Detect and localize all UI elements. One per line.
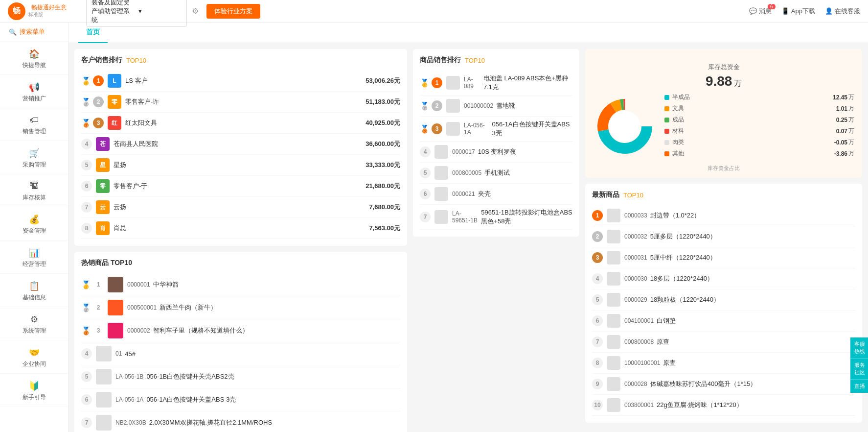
product-rank-item: 4 0000017 10S 变利罗夜 — [420, 142, 572, 163]
prod-img — [446, 122, 460, 136]
hot-medal-3: 🥉 — [81, 326, 91, 336]
app-download-button[interactable]: 📱 App下载 — [781, 7, 815, 16]
float-btn-1[interactable]: 服务 社区 — [850, 359, 868, 380]
prod-name: 59651-1B旋转投影灯电池盒ABS黑色+58壳 — [481, 208, 572, 226]
customer-service-button[interactable]: 👤 在线客服 — [825, 7, 860, 16]
legend-dot — [664, 106, 669, 111]
content-area: 客户销售排行 TOP10 🥇 1 L LS 客户 53,006.26元 🥈 2 … — [69, 43, 868, 432]
prod-img — [434, 187, 448, 201]
np-name: 原查 — [657, 337, 669, 346]
logo-icon: 畅 — [8, 2, 25, 20]
prod-name: 夹壳 — [478, 190, 491, 198]
customer-rank-item: 🥉 3 红 红太阳文具 40,925.00元 — [81, 113, 400, 134]
new-product-item: 4 0000030 18多层（1220*2440） — [592, 268, 855, 289]
sidebar-label-system: 系统管理 — [23, 327, 46, 335]
hot-product-item: 🥉 3 0000002 智利车子里（规格不知道填什么） — [81, 319, 400, 342]
sidebar-item-purchase[interactable]: 🛒 采购管理 — [0, 141, 68, 174]
new-products-title-text: 最新商品 — [592, 191, 619, 199]
sidebar-item-finance[interactable]: 💰 资金管理 — [0, 207, 68, 240]
trial-button[interactable]: 体验行业方案 — [206, 4, 260, 19]
customer-value: 36,600.00元 — [365, 140, 400, 148]
rank-number: 2 — [93, 96, 104, 107]
system-selector[interactable]: 装备及固定资产辅助管理系统 ▾ — [86, 0, 187, 27]
np-img — [607, 335, 620, 349]
sidebar-item-guide[interactable]: 🔰 新手引导 — [0, 374, 68, 407]
np-rank-num: 5 — [592, 294, 603, 305]
float-btn-0[interactable]: 客服 热线 — [850, 337, 868, 359]
logo-char: 畅 — [13, 6, 21, 16]
main-content: 首页 客户销售排行 TOP10 🥇 1 L LS 客户 53,006.26元 🥈… — [69, 23, 868, 432]
product-rank-item: 🥇 1 LA-089 电池盖 LA-089 ABS本色+黑种 7.1克 — [420, 71, 572, 96]
customer-name: 肖总 — [114, 224, 369, 233]
sidebar-item-operations[interactable]: 📊 经营管理 — [0, 240, 68, 274]
prod-medal-2: 🥈 — [420, 101, 430, 111]
hot-product-code: 01 — [115, 350, 122, 357]
customer-rank-item: 6 零 零售客户-于 21,680.00元 — [81, 176, 400, 197]
search-icon: 🔍 — [9, 28, 17, 36]
messages-button[interactable]: 💬 消息 6 — [749, 7, 772, 16]
hot-rank-num: 5 — [81, 371, 92, 382]
legend-dot — [664, 140, 669, 145]
customer-value: 7,563.00元 — [369, 224, 400, 233]
sidebar-item-inventory[interactable]: 🏗 库存核算 — [0, 174, 68, 207]
sidebar-item-system[interactable]: ⚙ 系统管理 — [0, 307, 68, 340]
legend-unit: 万 — [848, 116, 854, 124]
np-img — [607, 293, 620, 307]
sidebar-item-basic[interactable]: 📋 基础信息 — [0, 274, 68, 307]
finance-icon: 💰 — [29, 214, 40, 225]
prod-rank-num: 4 — [420, 146, 431, 157]
np-code: 0000029 — [624, 296, 647, 303]
sidebar-search[interactable]: 🔍 搜索菜单 — [0, 23, 68, 42]
inventory-icon: 🏗 — [30, 181, 39, 192]
customer-value: 21,680.00元 — [365, 182, 400, 191]
sidebar-item-marketing[interactable]: 📢 营销推广 — [0, 75, 68, 108]
sidebar-label-sales: 销售管理 — [23, 127, 46, 136]
service-icon: 👤 — [825, 7, 833, 15]
legend-item: 半成品 12.45 万 — [664, 93, 854, 101]
rank-medal-3: 🥉 — [81, 119, 91, 128]
legend-dot — [664, 95, 669, 100]
customer-rank-item: 🥈 2 零 零售客户-许 51,183.00元 — [81, 92, 400, 113]
np-name: 封边带（1.0*22） — [650, 211, 701, 220]
marketing-icon: 📢 — [29, 82, 40, 93]
product-image — [96, 415, 112, 431]
np-code: 0000030 — [624, 275, 647, 282]
np-img — [607, 230, 620, 243]
settings-icon[interactable]: ⚙ — [192, 6, 199, 16]
quick-nav-icon: 🏠 — [29, 48, 40, 59]
prod-rank-num: 5 — [420, 168, 431, 178]
np-name: 原查 — [663, 359, 676, 367]
sidebar-item-enterprise[interactable]: 🤝 企业协同 — [0, 340, 68, 374]
legend-unit: 万 — [848, 138, 854, 146]
customer-rank-item: 8 肖 肖总 7,563.00元 — [81, 218, 400, 239]
sidebar-label-guide: 新手引导 — [23, 393, 46, 402]
legend-value: 0.25 — [836, 117, 847, 123]
customer-avatar: L — [108, 74, 121, 88]
product-image — [96, 369, 112, 384]
logo-name: 畅捷通好生意 — [31, 4, 67, 12]
new-product-item: 9 0000028 体碱嘉枝味苏打饮品400毫升（1*15） — [592, 374, 855, 395]
np-code: 0000031 — [624, 254, 647, 261]
np-rank-num: 6 — [592, 315, 603, 326]
system-icon: ⚙ — [30, 314, 38, 325]
customer-ranking-title-text: 客户销售排行 — [81, 56, 122, 65]
hot-products-card: 热销商品 TOP10 🥇 1 0000001 中华神箭 🥈 2 00050000… — [74, 252, 407, 432]
legend-value: 1.01 — [836, 105, 847, 112]
customer-rank-item: 7 云 云扬 7,680.00元 — [81, 197, 400, 218]
inventory-label: 库存总资金 — [593, 63, 854, 72]
hot-product-code: LA-056-1B — [115, 373, 143, 380]
legend-value: 12.45 — [833, 94, 847, 101]
hot-medal-2: 🥈 — [81, 303, 91, 312]
hot-rank-num: 2 — [93, 302, 104, 313]
float-btn-2[interactable]: 直播 — [850, 380, 868, 393]
legend-item: 材料 0.07 万 — [664, 127, 854, 135]
customer-avatar: 零 — [96, 179, 110, 193]
customer-rank-item: 5 星 星扬 33,333.00元 — [81, 155, 400, 176]
legend-label: 材料 — [672, 127, 836, 135]
sidebar-item-quick-nav[interactable]: 🏠 快捷导航 — [0, 42, 68, 75]
legend-item: 其他 -3.86 万 — [664, 149, 854, 158]
prod-rank-num: 7 — [420, 212, 431, 222]
sidebar: 🔍 搜索菜单 🏠 快捷导航📢 营销推广🏷 销售管理🛒 采购管理🏗 库存核算💰 资… — [0, 23, 69, 432]
app-label: App下载 — [791, 7, 815, 16]
sidebar-item-sales[interactable]: 🏷 销售管理 — [0, 108, 68, 141]
